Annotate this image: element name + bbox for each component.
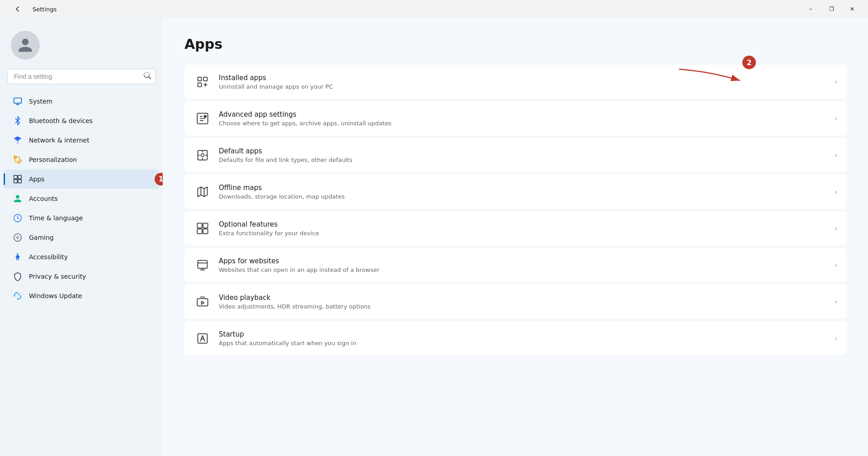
svg-point-12: [17, 253, 18, 255]
sidebar-item-time[interactable]: Time & language: [4, 209, 159, 228]
annotation-badge-1: 1: [155, 173, 163, 185]
window-controls: − ❐ ✕: [800, 2, 863, 16]
sidebar-item-label: Network & internet: [29, 137, 90, 144]
sidebar-item-apps[interactable]: Apps 1: [4, 170, 159, 189]
svg-point-10: [17, 236, 19, 237]
sidebar-item-label: Privacy & security: [29, 273, 86, 280]
app-body: System Bluetooth & devices Network & int…: [0, 18, 868, 456]
offline-maps-text: Offline maps Downloads, storage location…: [219, 184, 835, 200]
sidebar-nav: System Bluetooth & devices Network & int…: [0, 91, 163, 306]
bluetooth-icon: [13, 116, 23, 126]
startup-desc: Apps that automatically start when you s…: [219, 340, 835, 347]
sidebar-item-system[interactable]: System: [4, 92, 159, 111]
advanced-app-settings-row[interactable]: Advanced app settings Choose where to ge…: [184, 101, 846, 136]
offline-maps-desc: Downloads, storage location, map updates: [219, 193, 835, 200]
startup-icon: [193, 329, 212, 347]
video-playback-title: Video playback: [219, 294, 835, 302]
offline-maps-icon: [193, 183, 212, 201]
installed-apps-row[interactable]: Installed apps Uninstall and manage apps…: [184, 65, 846, 100]
startup-text: Startup Apps that automatically start wh…: [219, 330, 835, 347]
svg-rect-27: [198, 261, 208, 269]
default-apps-icon: [193, 146, 212, 164]
advanced-app-text: Advanced app settings Choose where to ge…: [219, 110, 835, 127]
video-playback-text: Video playback Video adjustments, HDR st…: [219, 294, 835, 310]
svg-rect-4: [14, 180, 18, 183]
page-title: Apps: [184, 36, 846, 52]
svg-rect-29: [198, 334, 208, 343]
chevron-icon: ›: [835, 335, 837, 342]
svg-rect-2: [14, 176, 18, 179]
optional-features-row[interactable]: Optional features Extra functionality fo…: [184, 211, 846, 246]
svg-rect-23: [197, 223, 202, 228]
sidebar: System Bluetooth & devices Network & int…: [0, 18, 163, 456]
app-title: Settings: [33, 6, 57, 13]
sidebar-item-update[interactable]: Windows Update: [4, 286, 159, 305]
main-content: Apps Installed apps Uninstall and manage…: [163, 18, 868, 456]
close-button[interactable]: ✕: [842, 2, 863, 16]
svg-point-20: [204, 115, 207, 118]
sidebar-item-gaming[interactable]: Gaming: [4, 228, 159, 247]
startup-row[interactable]: Startup Apps that automatically start wh…: [184, 321, 846, 356]
sidebar-item-label: Personalization: [29, 156, 77, 163]
svg-point-22: [201, 154, 204, 157]
avatar[interactable]: [11, 31, 40, 60]
back-button[interactable]: [7, 2, 28, 16]
apps-websites-text: Apps for websites Websites that can open…: [219, 257, 835, 273]
default-apps-text: Default apps Defaults for file and link …: [219, 147, 835, 163]
svg-point-8: [16, 237, 17, 238]
time-icon: [13, 213, 23, 223]
installed-apps-title: Installed apps: [219, 74, 835, 82]
sidebar-item-label: Apps: [29, 176, 45, 183]
chevron-icon: ›: [835, 188, 837, 195]
optional-features-desc: Extra functionality for your device: [219, 230, 835, 237]
sidebar-item-bluetooth[interactable]: Bluetooth & devices: [4, 111, 159, 130]
svg-rect-5: [18, 180, 22, 183]
user-icon: [17, 37, 33, 53]
sidebar-item-label: Gaming: [29, 234, 54, 241]
chevron-icon: ›: [835, 261, 837, 269]
installed-apps-desc: Uninstall and manage apps on your PC: [219, 83, 835, 90]
chevron-icon: ›: [835, 152, 837, 159]
sidebar-item-privacy[interactable]: Privacy & security: [4, 267, 159, 286]
svg-rect-26: [203, 229, 208, 234]
svg-rect-0: [14, 98, 22, 104]
annotation-arrow-1: [163, 18, 172, 109]
sidebar-profile: [0, 18, 163, 69]
privacy-icon: [13, 271, 23, 281]
maximize-button[interactable]: ❐: [821, 2, 842, 16]
sidebar-item-network[interactable]: Network & internet: [4, 131, 159, 150]
gaming-icon: [13, 233, 23, 242]
svg-rect-13: [198, 77, 202, 81]
offline-maps-row[interactable]: Offline maps Downloads, storage location…: [184, 175, 846, 209]
svg-rect-15: [203, 77, 207, 81]
installed-apps-wrapper: Installed apps Uninstall and manage apps…: [184, 65, 846, 100]
optional-features-icon: [193, 219, 212, 238]
advanced-app-desc: Choose where to get apps, archive apps, …: [219, 120, 835, 127]
apps-websites-title: Apps for websites: [219, 257, 835, 265]
optional-features-title: Optional features: [219, 220, 835, 228]
minimize-button[interactable]: −: [800, 2, 821, 16]
sidebar-item-label: Bluetooth & devices: [29, 117, 93, 124]
apps-websites-row[interactable]: Apps for websites Websites that can open…: [184, 248, 846, 283]
apps-websites-desc: Websites that can open in an app instead…: [219, 266, 835, 273]
sidebar-item-label: Time & language: [29, 214, 83, 222]
sidebar-item-personalization[interactable]: Personalization: [4, 150, 159, 169]
startup-title: Startup: [219, 330, 835, 338]
video-playback-icon: [193, 293, 212, 311]
chevron-icon: ›: [835, 78, 837, 86]
svg-point-9: [18, 237, 19, 238]
apps-websites-icon: [193, 256, 212, 274]
default-apps-row[interactable]: Default apps Defaults for file and link …: [184, 138, 846, 173]
sidebar-item-accessibility[interactable]: Accessibility: [4, 247, 159, 266]
search-input[interactable]: [7, 69, 156, 84]
installed-apps-icon: [193, 73, 212, 91]
installed-apps-text: Installed apps Uninstall and manage apps…: [219, 74, 835, 90]
svg-rect-3: [18, 176, 22, 179]
accounts-icon: [13, 194, 23, 204]
video-playback-row[interactable]: Video playback Video adjustments, HDR st…: [184, 285, 846, 319]
default-apps-desc: Defaults for file and link types, other …: [219, 157, 835, 163]
sidebar-item-accounts[interactable]: Accounts: [4, 189, 159, 208]
svg-point-1: [15, 157, 16, 158]
chevron-icon: ›: [835, 298, 837, 305]
advanced-settings-icon: [193, 109, 212, 128]
